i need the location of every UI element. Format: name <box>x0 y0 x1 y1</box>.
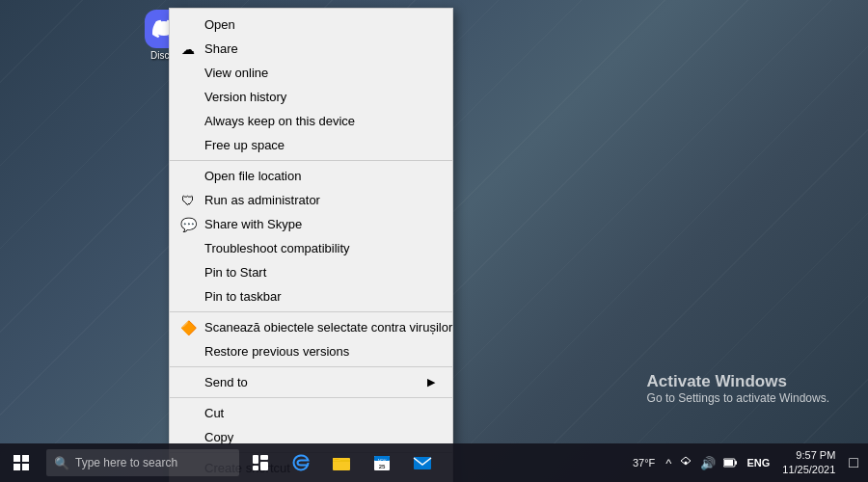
tray-sound-icon[interactable]: 🔊 <box>697 456 719 470</box>
menu-item-always-keep[interactable]: Always keep on this device <box>170 109 452 133</box>
menu-label-share: Share <box>204 41 238 56</box>
tray-language[interactable]: ENG <box>744 457 773 469</box>
edge-taskbar-icon[interactable] <box>282 443 320 482</box>
menu-item-share[interactable]: ☁Share <box>170 37 452 61</box>
activate-windows-watermark: Activate Windows Go to Settings to activ… <box>647 372 829 405</box>
system-tray: 37°F ^ 🔊 ENG <box>629 448 868 478</box>
menu-label-copy: Copy <box>204 430 233 444</box>
search-placeholder: Type here to search <box>75 456 177 469</box>
menu-label-restore-versions: Restore previous versions <box>204 344 349 359</box>
svg-text:NOV: NOV <box>378 458 387 463</box>
menu-item-cut[interactable]: Cut <box>170 401 452 425</box>
tray-network-icon[interactable] <box>676 455 695 471</box>
menu-item-troubleshoot[interactable]: Troubleshoot compatibility <box>170 236 452 260</box>
menu-item-view-online[interactable]: View online <box>170 61 452 85</box>
menu-item-send-to[interactable]: Send to▶ <box>170 370 452 394</box>
context-menu: Open☁ShareView onlineVersion historyAlwa… <box>169 8 453 482</box>
menu-label-free-up-space: Free up space <box>204 138 285 152</box>
taskbar: 🔍 Type here to search <box>0 443 868 482</box>
menu-item-scan-viruses[interactable]: 🔶Scanează obiectele selectate contra vir… <box>170 315 452 339</box>
menu-icon-share: ☁ <box>179 40 197 58</box>
taskbar-right-icons <box>243 443 278 482</box>
menu-label-view-online: View online <box>204 66 268 80</box>
tray-expand-icon[interactable]: ^ <box>663 456 674 470</box>
menu-separator <box>170 397 452 398</box>
menu-item-free-up-space[interactable]: Free up space <box>170 133 452 157</box>
taskbar-pinned-icons: NOV 25 <box>282 443 442 482</box>
menu-label-pin-to-taskbar: Pin to taskbar <box>204 289 282 304</box>
menu-item-share-skype[interactable]: 💬Share with Skype <box>170 212 452 236</box>
svg-rect-1 <box>260 455 268 460</box>
activate-windows-title: Activate Windows <box>647 372 829 391</box>
search-icon: 🔍 <box>54 456 69 470</box>
menu-label-send-to: Send to <box>204 375 248 389</box>
clock-time: 9:57 PM <box>782 448 835 463</box>
menu-label-run-as-admin: Run as administrator <box>204 193 320 207</box>
menu-icon-run-as-admin: 🛡 <box>179 192 197 209</box>
task-view-button[interactable] <box>243 443 278 482</box>
mail-taskbar-icon[interactable] <box>403 443 442 482</box>
menu-item-pin-to-start[interactable]: Pin to Start <box>170 260 452 284</box>
menu-item-pin-to-taskbar[interactable]: Pin to taskbar <box>170 284 452 308</box>
svg-rect-3 <box>253 466 258 470</box>
menu-label-open: Open <box>204 17 235 32</box>
menu-item-restore-versions[interactable]: Restore previous versions <box>170 339 452 363</box>
tray-icons: ^ 🔊 <box>663 455 740 471</box>
menu-label-pin-to-start: Pin to Start <box>204 265 266 280</box>
svg-rect-0 <box>253 455 258 464</box>
file-explorer-taskbar-icon[interactable] <box>322 443 361 482</box>
menu-label-version-history: Version history <box>204 90 286 104</box>
menu-item-run-as-admin[interactable]: 🛡Run as administrator <box>170 188 452 212</box>
calendar-taskbar-icon[interactable]: NOV 25 <box>363 443 401 482</box>
tray-time[interactable]: 9:57 PM 11/25/2021 <box>776 448 841 478</box>
menu-label-open-file-location: Open file location <box>204 169 301 183</box>
menu-separator <box>170 311 452 312</box>
activate-windows-subtitle: Go to Settings to activate Windows. <box>647 391 829 405</box>
svg-rect-14 <box>724 460 733 466</box>
submenu-arrow-icon: ▶ <box>427 376 435 388</box>
menu-label-troubleshoot: Troubleshoot compatibility <box>204 241 350 255</box>
menu-label-share-skype: Share with Skype <box>204 217 302 231</box>
svg-text:25: 25 <box>379 464 386 469</box>
svg-point-11 <box>685 461 688 464</box>
svg-rect-2 <box>260 462 268 470</box>
tray-battery-icon[interactable] <box>720 456 740 470</box>
notification-button[interactable]: □ <box>845 454 862 471</box>
menu-separator <box>170 160 452 161</box>
menu-item-version-history[interactable]: Version history <box>170 85 452 109</box>
windows-logo-icon <box>14 455 29 470</box>
menu-item-open-file-location[interactable]: Open file location <box>170 164 452 188</box>
taskbar-search[interactable]: 🔍 Type here to search <box>46 449 239 476</box>
svg-rect-10 <box>414 457 431 469</box>
start-button[interactable] <box>0 443 42 482</box>
clock-date: 11/25/2021 <box>782 463 835 477</box>
menu-label-cut: Cut <box>204 406 224 420</box>
menu-item-open[interactable]: Open <box>170 13 452 37</box>
menu-icon-share-skype: 💬 <box>179 216 197 233</box>
menu-label-scan-viruses: Scanează obiectele selectate contra viru… <box>204 320 452 335</box>
menu-label-always-keep: Always keep on this device <box>204 114 355 128</box>
tray-temperature: 37°F <box>629 457 659 469</box>
desktop: Disc... Open☁ShareView onlineVersion his… <box>0 0 868 482</box>
svg-rect-13 <box>735 461 737 465</box>
menu-separator <box>170 366 452 367</box>
menu-icon-scan-viruses: 🔶 <box>179 319 197 336</box>
